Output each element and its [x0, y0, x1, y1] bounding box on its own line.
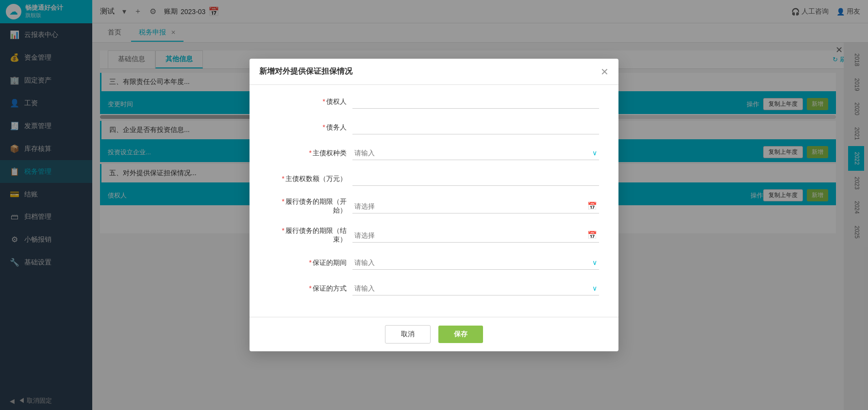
required-mark: * [309, 259, 312, 266]
claim-type-wrapper: ∨ [352, 146, 599, 160]
save-button[interactable]: 保存 [438, 326, 483, 343]
required-mark: * [282, 227, 284, 234]
dialog-title: 新增对外提供保证担保情况 [259, 66, 352, 77]
required-mark: * [282, 197, 284, 205]
dialog-header: 新增对外提供保证担保情况 ✕ [250, 59, 618, 85]
dialog-close-btn[interactable]: ✕ [601, 67, 609, 77]
form-label-creditor: *债权人 [269, 98, 347, 106]
guarantee-period-input[interactable] [352, 256, 590, 269]
cancel-button[interactable]: 取消 [385, 325, 431, 344]
form-label-guarantee-period: *保证的期间 [269, 259, 347, 267]
creditor-input[interactable] [352, 95, 599, 109]
claim-amount-input[interactable] [352, 172, 599, 186]
form-row-claim-type: *主债权种类 ∨ [269, 146, 599, 160]
required-mark: * [282, 175, 284, 182]
form-label-claim-amount: *主债权数额（万元） [269, 175, 347, 183]
form-label-period-end: *履行债务的期限（结束） [269, 227, 347, 244]
form-row-debtor: *债务人 [269, 120, 599, 134]
form-row-period-start: *履行债务的期限（开始） 📅 [269, 197, 599, 215]
form-row-creditor: *债权人 [269, 95, 599, 109]
guarantee-method-wrapper: ∨ [352, 281, 599, 295]
guarantee-method-dropdown-icon[interactable]: ∨ [590, 284, 599, 292]
form-row-period-end: *履行债务的期限（结束） 📅 [269, 227, 599, 244]
form-label-debtor: *债务人 [269, 123, 347, 132]
required-mark: * [323, 123, 325, 131]
form-label-period-start: *履行债务的期限（开始） [269, 197, 347, 215]
guarantee-period-dropdown-icon[interactable]: ∨ [590, 259, 599, 266]
dialog-body: *债权人 *债务人 *主债权种类 ∨ [250, 85, 618, 317]
guarantee-period-wrapper: ∨ [352, 256, 599, 270]
required-mark: * [323, 98, 325, 105]
dialog: 新增对外提供保证担保情况 ✕ *债权人 *债务人 *主债权种类 [250, 59, 618, 351]
form-row-guarantee-period: *保证的期间 ∨ [269, 256, 599, 270]
required-mark: * [309, 284, 312, 292]
required-mark: * [309, 149, 312, 157]
claim-type-input[interactable] [352, 146, 590, 160]
guarantee-method-input[interactable] [352, 281, 590, 295]
form-row-guarantee-method: *保证的方式 ∨ [269, 281, 599, 295]
form-label-guarantee-method: *保证的方式 [269, 284, 347, 293]
debtor-input[interactable] [352, 120, 599, 134]
period-end-input[interactable] [352, 229, 585, 242]
form-row-claim-amount: *主债权数额（万元） [269, 172, 599, 186]
period-start-calendar-icon[interactable]: 📅 [585, 201, 599, 211]
form-label-claim-type: *主债权种类 [269, 149, 347, 158]
period-start-wrapper: 📅 [352, 199, 599, 213]
modal-overlay[interactable]: 新增对外提供保证担保情况 ✕ *债权人 *债务人 *主债权种类 [0, 0, 868, 410]
dialog-footer: 取消 保存 [250, 317, 618, 351]
claim-type-dropdown-icon[interactable]: ∨ [590, 149, 599, 157]
period-end-calendar-icon[interactable]: 📅 [585, 230, 599, 240]
period-end-wrapper: 📅 [352, 229, 599, 243]
period-start-input[interactable] [352, 199, 585, 213]
